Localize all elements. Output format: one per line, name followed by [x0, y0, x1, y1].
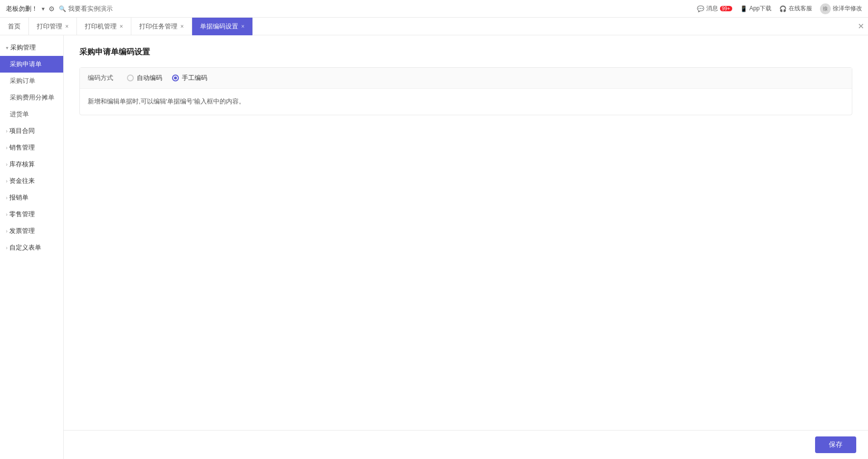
tab-print-task-close[interactable]: ×	[180, 23, 184, 30]
encoding-label: 编码方式	[88, 74, 127, 82]
page-close-button[interactable]: ✕	[858, 22, 864, 31]
content-area: 采购申请单编码设置 编码方式 自动编码 手工编码	[64, 35, 868, 459]
sidebar-item-purchase-expense[interactable]: 采购费用分摊单	[0, 89, 63, 106]
app-download-label: App下载	[749, 4, 771, 13]
tab-home-label: 首页	[8, 22, 21, 31]
sidebar-group-invoice[interactable]: › 发票管理	[0, 223, 63, 239]
radio-auto-circle	[127, 75, 134, 81]
encoding-row: 编码方式 自动编码 手工编码	[80, 68, 852, 89]
message-label: 消息	[706, 4, 718, 13]
message-icon: 💬	[697, 5, 704, 12]
hint-text: 新增和编辑单据时,可以编辑'单据编号'输入框中的内容。	[80, 89, 852, 115]
tab-printer-management-close[interactable]: ×	[120, 23, 123, 30]
main-layout: ▾ 采购管理 采购申请单 采购订单 采购费用分摊单 进货单 › 项目合同 › 销…	[0, 35, 868, 459]
app-download-icon: 📱	[740, 5, 747, 12]
sidebar-group-custom-form[interactable]: › 自定义表单	[0, 239, 63, 256]
sidebar-group-capital[interactable]: › 资金往来	[0, 173, 63, 189]
chevron-right-icon-2: ›	[6, 145, 7, 151]
chevron-right-icon-4: ›	[6, 178, 7, 184]
tab-print-task-management[interactable]: 打印任务管理 ×	[131, 18, 192, 35]
online-service-action[interactable]: 🎧 在线客服	[779, 4, 812, 13]
message-action[interactable]: 💬 消息 99+	[697, 4, 732, 13]
chevron-right-icon: ›	[6, 128, 7, 134]
tab-print-management-close[interactable]: ×	[65, 23, 69, 30]
chevron-right-icon-3: ›	[6, 162, 7, 167]
sidebar-group-purchase-label: 采购管理	[10, 43, 36, 52]
radio-auto-encode[interactable]: 自动编码	[127, 74, 162, 82]
message-badge: 99+	[720, 6, 732, 11]
radio-manual-encode[interactable]: 手工编码	[172, 74, 207, 82]
sidebar-item-purchase-order[interactable]: 采购订单	[0, 73, 63, 89]
top-bar-dropdown-icon[interactable]: ▾	[42, 5, 45, 12]
tab-single-encode-label: 单据编码设置	[200, 22, 238, 31]
sidebar-group-purchase-title[interactable]: ▾ 采购管理	[0, 39, 63, 56]
gear-icon[interactable]: ⚙	[49, 5, 55, 13]
sidebar-group-retail[interactable]: › 零售管理	[0, 206, 63, 223]
chevron-right-icon-6: ›	[6, 212, 7, 217]
top-bar: 老板勿删！ ▾ ⚙ 🔍 我要看实例演示 💬 消息 99+ 📱 App下载 🎧 在…	[0, 0, 868, 18]
content-inner: 采购申请单编码设置 编码方式 自动编码 手工编码	[64, 35, 868, 430]
tab-print-management[interactable]: 打印管理 ×	[29, 18, 77, 35]
radio-manual-circle	[172, 75, 179, 81]
username-label: 徐泽华修改	[833, 4, 862, 13]
tab-print-management-label: 打印管理	[37, 22, 62, 31]
tab-single-encode-close[interactable]: ×	[241, 23, 245, 30]
sidebar-group-sales[interactable]: › 销售管理	[0, 139, 63, 156]
radio-manual-label: 手工编码	[182, 74, 207, 82]
page-title: 采购申请单编码设置	[79, 47, 852, 57]
user-avatar[interactable]: 徐 徐泽华修改	[820, 3, 862, 14]
sidebar-item-goods-receipt[interactable]: 进货单	[0, 106, 63, 123]
sidebar-item-purchase-request[interactable]: 采购申请单	[0, 56, 63, 73]
search-icon: 🔍	[59, 5, 66, 12]
top-bar-title: 老板勿删！	[6, 4, 38, 13]
encoding-section: 编码方式 自动编码 手工编码 新增和编辑单据时,可以编辑'单据编号'输入框中的内…	[79, 67, 852, 115]
chevron-right-icon-7: ›	[6, 229, 7, 234]
sidebar-group-purchase: ▾ 采购管理 采购申请单 采购订单 采购费用分摊单 进货单	[0, 39, 63, 123]
headset-icon: 🎧	[779, 5, 787, 12]
sidebar-group-project-contract[interactable]: › 项目合同	[0, 123, 63, 139]
top-bar-left: 老板勿删！ ▾ ⚙ 🔍 我要看实例演示	[6, 4, 113, 13]
sidebar-group-inventory[interactable]: › 库存核算	[0, 156, 63, 173]
tab-print-task-label: 打印任务管理	[139, 22, 177, 31]
sidebar: ▾ 采购管理 采购申请单 采购订单 采购费用分摊单 进货单 › 项目合同 › 销…	[0, 35, 64, 459]
tab-printer-management-label: 打印机管理	[85, 22, 117, 31]
search-text: 我要看实例演示	[68, 4, 113, 13]
sidebar-group-reimbursement[interactable]: › 报销单	[0, 189, 63, 206]
chevron-down-icon: ▾	[6, 45, 8, 51]
online-service-label: 在线客服	[789, 4, 812, 13]
app-download-action[interactable]: 📱 App下载	[740, 4, 771, 13]
chevron-right-icon-5: ›	[6, 195, 7, 201]
tab-printer-management[interactable]: 打印机管理 ×	[77, 18, 131, 35]
save-button[interactable]: 保存	[815, 436, 856, 453]
avatar-circle: 徐	[820, 3, 831, 14]
tab-home[interactable]: 首页	[0, 18, 29, 35]
search-bar[interactable]: 🔍 我要看实例演示	[59, 4, 113, 13]
content-footer: 保存	[64, 430, 868, 459]
chevron-right-icon-8: ›	[6, 245, 7, 251]
top-bar-right: 💬 消息 99+ 📱 App下载 🎧 在线客服 徐 徐泽华修改	[697, 3, 862, 14]
encoding-options: 自动编码 手工编码	[127, 74, 207, 82]
radio-auto-label: 自动编码	[137, 74, 162, 82]
tab-bar: 首页 打印管理 × 打印机管理 × 打印任务管理 × 单据编码设置 × ✕	[0, 18, 868, 35]
tab-single-encode-settings[interactable]: 单据编码设置 ×	[192, 18, 253, 35]
